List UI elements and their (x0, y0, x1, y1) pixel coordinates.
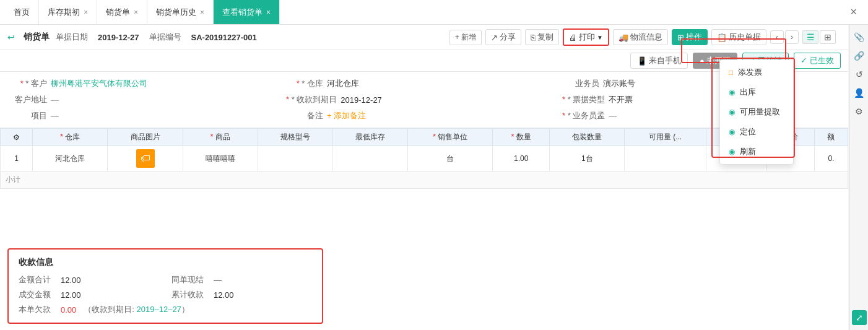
transaction-amount-row: 成交金额 12.00 (19, 289, 159, 300)
tab-view-sales-close[interactable]: × (266, 8, 271, 17)
row-warehouse: 河北仓库 (33, 146, 108, 172)
menu-location[interactable]: ◉ 定位 (720, 122, 793, 142)
number-label: 单据编号 (149, 32, 181, 43)
refresh-label: 刷新 (740, 146, 756, 157)
salesperson2-field: * 业务员孟 — (562, 110, 838, 121)
menu-add-invoice[interactable]: □ 添发票 (720, 63, 793, 82)
view-grid-button[interactable]: ⊞ (820, 30, 836, 44)
sidebar-user-icon[interactable]: 👤 (852, 85, 867, 100)
payment-date-field: * 收款到期日 2019-12-27 (286, 94, 562, 105)
invoice-label: * 票据类型 (562, 94, 605, 105)
same-order-row: 同单现结 — (171, 274, 312, 285)
invoice-value: 不开票 (609, 94, 658, 105)
doc-title-area: ↩ 销货单 单据日期 2019-12-27 单据编号 SA-20191227-0… (7, 32, 445, 43)
row-spec (258, 146, 332, 172)
cumulative-receipt-row: 累计收款 12.00 (171, 289, 312, 300)
menu-available-qty[interactable]: ◉ 可用量提取 (720, 102, 793, 122)
salesperson2-label: * 业务员孟 (562, 110, 605, 121)
print-button[interactable]: 🖨 打印 ▼ (563, 28, 609, 46)
view-list-button[interactable]: ☰ (802, 30, 818, 44)
col-gear: ⚙ (1, 129, 33, 146)
tab-sales-history-close[interactable]: × (200, 8, 204, 17)
right-sidebar: 📎 🔗 ↺ 👤 ⚙ ⤢ (849, 25, 868, 330)
doc-icon: ↩ (7, 32, 15, 42)
copy-icon: ⎘ (531, 33, 536, 42)
tab-home[interactable]: 首页 (5, 0, 39, 24)
add-note-button[interactable]: + 添加备注 (327, 110, 366, 121)
col-warehouse: * 仓库 (33, 129, 108, 146)
same-order-label: 同单现结 (171, 274, 209, 285)
window-close-btn[interactable]: × (844, 6, 863, 19)
row-product: 嘻嘻嘻嘻 (183, 146, 258, 172)
doc-title: 销货单 (24, 32, 50, 43)
tab-view-sales[interactable]: 查看销货单 × (214, 0, 280, 24)
available-qty-icon: ◉ (729, 108, 735, 116)
row-image: 🏷 (108, 146, 183, 172)
prev-button[interactable]: ‹ (770, 30, 784, 44)
next-button[interactable]: › (785, 30, 799, 44)
cumulative-receipt-value: 12.00 (214, 290, 234, 300)
project-label: 项目 (10, 110, 47, 121)
doc-header: ↩ 销货单 单据日期 2019-12-27 单据编号 SA-20191227-0… (0, 25, 848, 50)
subtotal-label: 小计 (1, 172, 848, 189)
customer-value[interactable]: 柳州粤港平安气体有限公司 (51, 78, 147, 89)
col-sales-unit: * 销售单位 (408, 129, 493, 146)
location-icon: ◉ (729, 128, 735, 136)
col-pack-qty: 包装数量 (550, 129, 625, 146)
operations-button[interactable]: ⊞ 操作 (672, 29, 708, 45)
tab-inventory-init[interactable]: 库存期初 × (39, 0, 97, 24)
print-dropdown-arrow: ▼ (597, 34, 603, 41)
menu-out-warehouse[interactable]: ◉ 出库 (720, 82, 793, 102)
logistics-button[interactable]: 🚚 物流信息 (613, 29, 668, 45)
row-no: 1 (1, 146, 33, 172)
sidebar-attachment-icon[interactable]: 📎 (852, 30, 867, 45)
col-spec: 规格型号 (258, 129, 332, 146)
history-button[interactable]: 📋 历史单据 (711, 29, 766, 45)
note-label: 备注 (286, 110, 323, 121)
view-toggle: ☰ ⊞ (802, 30, 836, 44)
address-label: 客户地址 (10, 94, 47, 105)
project-field: 项目 — (10, 110, 286, 121)
available-qty-label: 可用量提取 (740, 106, 780, 118)
effective-button[interactable]: ✓ 已生效 (794, 53, 841, 69)
col-min-stock: 最低库存 (333, 129, 408, 146)
out-warehouse-icon: ◉ (729, 88, 735, 97)
salesperson2-value: — (609, 111, 658, 121)
customer-field: * 客户 柳州粤港平安气体有限公司 (10, 78, 286, 89)
payment-info-box: 收款信息 金额合计 12.00 同单现结 — 成交金额 12.00 累计收款 1… (7, 248, 323, 324)
sidebar-settings-icon[interactable]: ⚙ (852, 104, 867, 119)
total-amount-value: 12.00 (61, 276, 81, 285)
form-row-1: * 客户 柳州粤港平安气体有限公司 * 仓库 河北仓库 业务员 演示账号 (10, 78, 838, 89)
from-phone-button[interactable]: 📱 来自手机 (630, 53, 688, 69)
tab-sales-history[interactable]: 销货单历史 × (147, 0, 214, 24)
add-invoice-label: 添发票 (738, 67, 762, 78)
phone-icon: 📱 (637, 56, 647, 66)
menu-refresh[interactable]: ◉ 刷新 (720, 142, 793, 162)
print-icon: 🖨 (569, 33, 577, 42)
tab-inventory-init-close[interactable]: × (84, 8, 88, 17)
share-button[interactable]: ↗ 分享 (485, 29, 521, 45)
sidebar-refresh-icon[interactable]: ↺ (852, 67, 867, 82)
new-button[interactable]: + 新增 (449, 30, 482, 45)
sidebar-fullscreen-icon[interactable]: ⤢ (852, 310, 867, 325)
copy-button[interactable]: ⎘ 复制 (525, 29, 559, 45)
cumulative-receipt-label: 累计收款 (171, 289, 209, 300)
payment-date-label: * 收款到期日 (286, 94, 337, 105)
address-value: — (51, 95, 100, 105)
date-value: 2019-12-27 (98, 33, 139, 42)
payment-date-value: 2019-12-27 (341, 95, 390, 105)
same-order-value: — (214, 276, 222, 285)
row-min-stock (333, 146, 408, 172)
form-row-2: 客户地址 — * 收款到期日 2019-12-27 * 票据类型 不开票 (10, 94, 838, 105)
add-invoice-icon: □ (729, 68, 733, 77)
sidebar-link-icon[interactable]: 🔗 (852, 48, 867, 63)
doc-meta: 单据日期 2019-12-27 单据编号 SA-20191227-001 (56, 32, 257, 43)
col-amount: 额 (814, 129, 848, 146)
row-amount: 0. (814, 146, 848, 172)
row-available (625, 146, 706, 172)
project-value: — (51, 111, 100, 121)
tab-sales-order-close[interactable]: × (134, 8, 138, 17)
warehouse-label: * 仓库 (286, 78, 323, 89)
share-icon: ↗ (491, 33, 498, 42)
tab-sales-order[interactable]: 销货单 × (97, 0, 147, 24)
